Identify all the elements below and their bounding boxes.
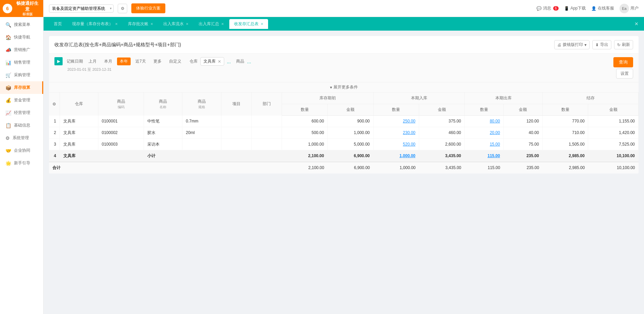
outbound-col-header: 本期出库 [465, 93, 543, 104]
page-title: 收发存汇总表(按仓库+商品编码+商品+规格型号+项目+部门) [54, 42, 181, 48]
tab-inventory-dist[interactable]: 现存量（库存分布表） ✕ [67, 19, 122, 29]
warehouse-tag-close[interactable]: ✕ [218, 59, 221, 64]
row-project [221, 127, 251, 138]
sidebar-label-quick-nav: 快捷导航 [14, 34, 30, 40]
tab-flow-close[interactable]: ✕ [186, 22, 188, 26]
date-more[interactable]: 更多 [151, 57, 164, 65]
row-bal-amt: 1,420.00 [588, 127, 639, 138]
tab-summary-label: 出入库汇总 [199, 21, 219, 27]
row-warehouse: 文具库 [60, 138, 98, 150]
search-icon: 🔍 [5, 22, 11, 28]
app-download-action[interactable]: 📱 App下载 [564, 5, 586, 11]
date-custom[interactable]: 自定义 [166, 57, 184, 65]
refresh-label: 刷新 [622, 42, 630, 48]
export-icon: ⬇ [595, 43, 599, 47]
tab-bar-close[interactable]: ✕ [634, 21, 639, 27]
sidebar-item-finance[interactable]: 💰 资金管理 [0, 94, 43, 106]
footer-open-amt: 6,900.00 [328, 162, 373, 173]
sidebar-label-purchase: 采购管理 [14, 72, 30, 78]
print-button[interactable]: 🖨 拨镜版打印 ▾ [554, 40, 590, 49]
row-open-amt: 6,900.00 [328, 150, 373, 162]
tab-home[interactable]: 首页 [49, 19, 67, 29]
sidebar-item-system[interactable]: ⚙ 系统管理 [0, 132, 43, 144]
sidebar-item-quick-nav[interactable]: 🏠 快捷导航 [0, 31, 43, 44]
settings-col-header[interactable]: ⚙ [49, 93, 60, 116]
tab-inventory-dist-close[interactable]: ✕ [115, 22, 118, 26]
sidebar-item-guide[interactable]: 🌟 新手引导 [0, 157, 43, 169]
logo-icon: 6 [3, 4, 12, 13]
row-spec: 20ml [182, 127, 221, 138]
row-in-qty[interactable]: 250.00 [373, 116, 419, 127]
sidebar-item-operations[interactable]: 📈 经营管理 [0, 106, 43, 119]
row-in-qty[interactable]: 1,000.00 [373, 150, 419, 162]
purchase-icon: 🛒 [5, 72, 11, 78]
tab-summary-close[interactable]: ✕ [221, 22, 224, 26]
sidebar: 6 畅捷通好生意 标准版 🔍 搜索菜单 🏠 快捷导航 📣 营销推广 📊 销售管理… [0, 0, 44, 314]
goods-dots[interactable]: ... [247, 59, 251, 64]
date-this-year[interactable]: 本年 [117, 57, 131, 65]
filter-actions: 查询 设置 [613, 57, 633, 79]
sys-select[interactable]: 装备及固定资产辅助管理系统 [49, 4, 114, 13]
sidebar-item-marketing[interactable]: 📣 营销推广 [0, 44, 43, 56]
tab-recv-send[interactable]: 收发存汇总表 ✕ [229, 19, 268, 29]
set-button[interactable]: 设置 [616, 69, 633, 79]
tab-batch-close[interactable]: ✕ [150, 22, 153, 26]
tab-summary[interactable]: 出入库汇总 ✕ [194, 19, 229, 29]
row-out-qty[interactable]: 15.00 [465, 138, 503, 150]
sidebar-item-purchase[interactable]: 🛒 采购管理 [0, 69, 43, 81]
sidebar-label-search: 搜索菜单 [14, 22, 30, 28]
row-name: 中性笔 [144, 116, 182, 127]
logo-line2: 标准版 [14, 12, 40, 16]
finance-icon: 💰 [5, 98, 11, 103]
warehouse-dots[interactable]: ... [227, 59, 231, 64]
row-bal-amt: 7,525.00 [588, 138, 639, 150]
user-action[interactable]: Ea 用户 [620, 4, 639, 13]
expand-button[interactable]: ▾ 展开更多条件 [330, 84, 358, 90]
panel-actions: 🖨 拨镜版打印 ▾ ⬇ 导出 ↻ 刷新 [554, 40, 633, 49]
row-out-qty[interactable]: 80.00 [465, 116, 503, 127]
panel-header: 收发存汇总表(按仓库+商品编码+商品+规格型号+项目+部门) 🖨 拨镜版打印 ▾… [49, 36, 639, 54]
logo-line1: 畅捷通好生意 [14, 1, 40, 12]
date-this-month[interactable]: 本月 [101, 57, 115, 65]
sidebar-item-inventory[interactable]: 📦 库存核算 [0, 81, 43, 94]
row-open-amt: 900.00 [328, 116, 373, 127]
query-button[interactable]: 查询 [613, 57, 633, 67]
message-action[interactable]: 💬 消息 6 [536, 5, 559, 11]
refresh-button[interactable]: ↻ 刷新 [614, 40, 633, 49]
operations-icon: 📈 [5, 110, 11, 116]
row-in-qty[interactable]: 520.00 [373, 138, 419, 150]
sidebar-item-basic-info[interactable]: 📋 基础信息 [0, 119, 43, 132]
date-last-month[interactable]: 上月 [86, 57, 99, 65]
gear-button[interactable]: ⚙ [118, 4, 127, 13]
name-col-header: 商品名称 [144, 93, 182, 116]
filter-toggle[interactable]: ▶ [54, 57, 63, 65]
row-index: 4 [49, 150, 60, 162]
sidebar-label-inventory: 库存核算 [14, 85, 30, 90]
export-button[interactable]: ⬇ 导出 [592, 40, 611, 49]
sidebar-item-search[interactable]: 🔍 搜索菜单 [0, 18, 43, 31]
row-out-qty[interactable]: 20.00 [465, 127, 503, 138]
sidebar-nav: 🔍 搜索菜单 🏠 快捷导航 📣 营销推广 📊 销售管理 🛒 采购管理 📦 库存核… [0, 17, 43, 314]
online-service-action[interactable]: 👤 在线客服 [591, 5, 614, 11]
row-out-qty[interactable]: 115.00 [465, 150, 503, 162]
main-area: 装备及固定资产辅助管理系统 ⚙ 体验行业方案 💬 消息 6 📱 App下载 👤 … [44, 0, 644, 314]
tab-batch[interactable]: 库存批次账 ✕ [123, 19, 158, 29]
sidebar-item-sales[interactable]: 📊 销售管理 [0, 56, 43, 69]
guide-icon: 🌟 [5, 161, 11, 166]
main-panel: 收发存汇总表(按仓库+商品编码+商品+规格型号+项目+部门) 🖨 拨镜版打印 ▾… [49, 36, 639, 173]
sidebar-item-enterprise[interactable]: 🤝 企业协同 [0, 144, 43, 157]
message-label: 消息 [543, 5, 551, 11]
row-bal-qty: 770.00 [543, 116, 588, 127]
date-7days[interactable]: 近7天 [133, 57, 149, 65]
app-logo: 6 畅捷通好生意 标准版 [0, 0, 43, 17]
bal-qty-header: 数量 [543, 104, 588, 116]
table-row: 2文具库0100002胶水20ml500.001,000.00230.00460… [49, 127, 639, 138]
expand-icon: ▾ [330, 85, 332, 90]
row-spec [182, 150, 221, 162]
row-in-qty[interactable]: 230.00 [373, 127, 419, 138]
row-project [221, 116, 251, 127]
tab-flow[interactable]: 出入库流水 ✕ [159, 19, 193, 29]
tab-recv-send-close[interactable]: ✕ [261, 22, 263, 26]
trial-button[interactable]: 体验行业方案 [131, 3, 165, 13]
row-open-amt: 1,000.00 [328, 127, 373, 138]
